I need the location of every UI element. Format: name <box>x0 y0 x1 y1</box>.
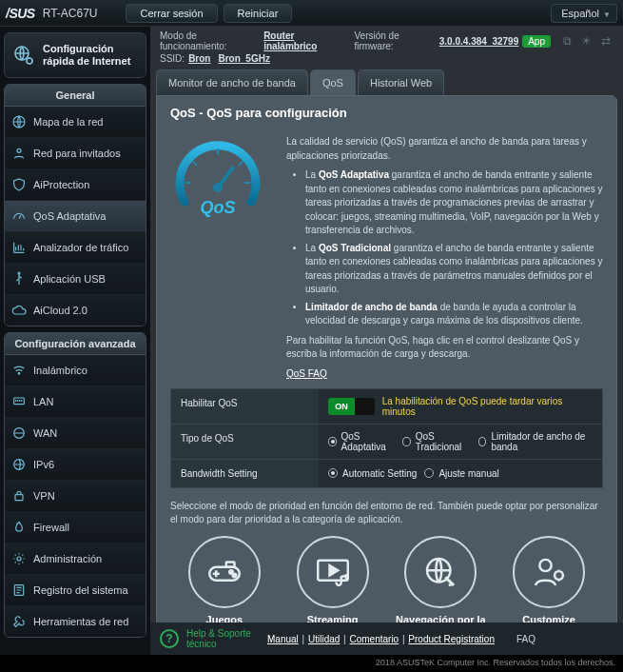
sidebar: Configuración rápida de Internet General… <box>0 27 150 655</box>
sidebar-item-lan[interactable]: LAN <box>5 385 146 417</box>
bandwidth-setting-label: Bandwidth Setting <box>171 460 319 487</box>
sidebar-item-label: VPN <box>33 490 55 502</box>
help-icon[interactable]: ? <box>160 629 179 648</box>
led-icon[interactable]: ☀ <box>578 34 594 48</box>
sidebar-item-syslog[interactable]: Registro del sistema <box>5 574 146 605</box>
sidebar-item-qos[interactable]: QoS Adaptativa <box>5 200 146 231</box>
priority-description: Seleccione el modo de prioridad en funci… <box>170 500 603 526</box>
svg-point-3 <box>17 149 21 153</box>
quick-setup-label: Configuración rápida de Internet <box>43 43 138 68</box>
qos-type-label: Tipo de QoS <box>171 425 319 459</box>
ssid-label: SSID: <box>160 53 185 64</box>
sidebar-item-guest-network[interactable]: Red para invitados <box>5 137 146 168</box>
advanced-heading: Configuración avanzada <box>5 333 146 355</box>
qos-settings-table: Habilitar QoS ON La habilitación de QoS … <box>170 388 603 488</box>
sidebar-item-firewall[interactable]: Firewall <box>5 511 146 543</box>
gauge-icon <box>10 208 28 225</box>
sidebar-item-wan[interactable]: WAN <box>5 417 146 448</box>
gear-icon <box>10 550 28 567</box>
globe-gear-icon <box>12 44 35 67</box>
wifi-icon <box>10 362 28 379</box>
customize-icon <box>513 536 585 608</box>
sidebar-item-label: Herramientas de red <box>33 616 128 628</box>
tab-web-history[interactable]: Historial Web <box>358 69 444 95</box>
sidebar-item-traffic-analyzer[interactable]: Analizador de tráfico <box>5 231 146 263</box>
usb-icon <box>10 270 28 287</box>
tab-bar: Monitor de ancho de banda QoS Historial … <box>150 69 623 95</box>
ssid-24-link[interactable]: Bron <box>188 53 210 64</box>
vpn-icon <box>10 487 28 504</box>
sidebar-item-wireless[interactable]: Inalámbrico <box>5 355 146 385</box>
ipv6-icon <box>10 456 28 473</box>
footer-manual-link[interactable]: Manual <box>267 634 299 644</box>
ssid-5-link[interactable]: Bron_5GHz <box>218 53 269 64</box>
chart-icon <box>10 239 28 256</box>
logout-button[interactable]: Cerrar sesión <box>126 4 217 23</box>
sidebar-item-network-map[interactable]: Mapa de la red <box>5 107 146 137</box>
gamepad-icon <box>188 536 261 608</box>
tab-bandwidth-monitor[interactable]: Monitor de ancho de banda <box>156 69 308 95</box>
svg-point-10 <box>17 557 21 561</box>
quick-setup-button[interactable]: Configuración rápida de Internet <box>4 32 146 78</box>
qos-type-limiter-radio[interactable]: Limitador de ancho de banda <box>478 431 593 452</box>
qos-type-adaptive-radio[interactable]: QoS Adaptativa <box>328 431 395 452</box>
sidebar-item-usb-app[interactable]: Aplicación USB <box>5 263 146 294</box>
brand-logo: /SUS <box>6 6 35 21</box>
sidebar-item-aicloud[interactable]: AiCloud 2.0 <box>5 294 146 326</box>
devices-icon[interactable]: ⧉ <box>560 34 574 48</box>
svg-point-1 <box>27 58 32 64</box>
qos-panel: QoS - QoS para configuración QoS La cali… <box>156 95 617 649</box>
content-area: Modo de funcionamiento: Router inalámbri… <box>150 27 623 655</box>
sidebar-item-label: Firewall <box>33 522 69 533</box>
qos-description: La calidad de servicio (QoS) garantiza e… <box>286 135 603 379</box>
sidebar-item-label: Red para invitados <box>33 148 121 159</box>
map-icon <box>10 113 28 130</box>
guest-icon <box>10 145 28 162</box>
sidebar-item-nettools[interactable]: Herramientas de red <box>5 605 146 637</box>
opmode-label: Modo de funcionamiento: <box>160 30 260 51</box>
web-icon <box>404 536 477 608</box>
footer-register-link[interactable]: Product Registration <box>408 634 495 644</box>
svg-line-14 <box>239 162 243 166</box>
sidebar-item-label: WAN <box>33 427 57 439</box>
bw-auto-radio[interactable]: Automatic Setting <box>328 468 417 479</box>
footer-utility-link[interactable]: Utilidad <box>308 634 340 644</box>
tab-qos[interactable]: QoS <box>310 69 356 95</box>
sidebar-item-admin[interactable]: Administración <box>5 543 146 574</box>
qos-faq-link[interactable]: QoS FAQ <box>286 368 327 379</box>
svg-point-17 <box>213 183 223 192</box>
sidebar-item-vpn[interactable]: VPN <box>5 480 146 511</box>
language-select[interactable]: Español <box>551 4 617 23</box>
app-badge[interactable]: App <box>522 35 551 48</box>
media-icon <box>297 536 369 608</box>
svg-point-20 <box>229 570 233 574</box>
sidebar-item-label: Mapa de la red <box>33 116 103 128</box>
enable-qos-label: Habilitar QoS <box>171 389 319 424</box>
footer-feedback-link[interactable]: Comentario <box>349 634 399 644</box>
qos-type-traditional-radio[interactable]: QoS Tradicional <box>402 431 471 452</box>
sidebar-item-aiprotection[interactable]: AiProtection <box>5 168 146 200</box>
sidebar-item-label: Analizador de tráfico <box>33 242 128 254</box>
sidebar-item-label: IPv6 <box>33 459 54 470</box>
svg-text:QoS: QoS <box>200 198 235 217</box>
svg-line-13 <box>193 162 197 166</box>
lan-icon <box>10 393 28 410</box>
bw-manual-radio[interactable]: Ajuste manual <box>424 468 498 479</box>
footer-faq[interactable]: FAQ <box>516 634 535 644</box>
svg-rect-9 <box>15 495 23 501</box>
cloud-icon <box>10 302 28 319</box>
enable-qos-warning: La habilitación de QoS puede tardar vari… <box>382 396 593 417</box>
sidebar-item-label: Aplicación USB <box>33 273 106 285</box>
svg-point-5 <box>18 373 20 375</box>
model-label: RT-AC67U <box>43 7 98 20</box>
svg-point-25 <box>540 559 552 570</box>
reboot-button[interactable]: Reiniciar <box>224 4 293 23</box>
sidebar-item-ipv6[interactable]: IPv6 <box>5 448 146 480</box>
fw-label: Versión de firmware: <box>354 30 435 51</box>
enable-qos-toggle[interactable]: ON <box>328 398 375 415</box>
fw-link[interactable]: 3.0.0.4.384_32799 <box>439 36 518 47</box>
opmode-link[interactable]: Router inalámbrico <box>263 30 344 51</box>
tools-icon <box>10 613 28 630</box>
sidebar-item-label: Inalámbrico <box>33 365 88 376</box>
usb-status-icon[interactable]: ⇄ <box>598 34 613 48</box>
